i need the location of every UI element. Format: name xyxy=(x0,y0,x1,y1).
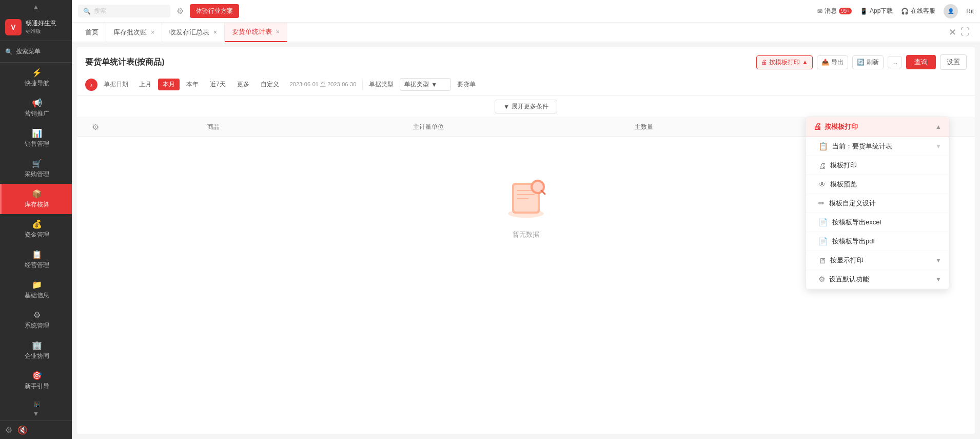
sidebar-item-label: 基础信息 xyxy=(25,291,49,300)
dropdown-header: 🖨 按模板打印 ▲ xyxy=(806,117,949,137)
doc-goods-label: 要货单 xyxy=(457,80,476,89)
expand-more-row: ▼ 展开更多条件 xyxy=(77,96,975,118)
dropdown-export-pdf-label: 按模板导出pdf xyxy=(832,237,875,246)
message-btn[interactable]: ✉ 消息 99+ xyxy=(817,7,852,15)
tab-inventory-batch[interactable]: 库存批次账 × xyxy=(106,23,162,42)
tab-home-label: 首页 xyxy=(85,28,99,37)
avatar[interactable]: 👤 xyxy=(944,4,958,18)
sidebar-item-label: 新手引导 xyxy=(25,382,49,391)
refresh-btn[interactable]: 🔄 刷新 xyxy=(852,55,884,69)
dropdown-current-icon: 📋 xyxy=(818,142,828,151)
dropdown-display-icon: 🖥 xyxy=(818,256,826,265)
dropdown-export-excel-label: 按模板导出excel xyxy=(832,218,881,227)
dropdown-template-custom[interactable]: ✏ 模板自定义设计 xyxy=(806,194,949,213)
doc-type-select[interactable]: 单据类型 ▼ xyxy=(400,78,451,91)
date-btn-custom[interactable]: 自定义 xyxy=(256,79,284,90)
sidebar-item-guide[interactable]: 🎯 新手引导 xyxy=(0,366,72,396)
expand-more-btn[interactable]: ▼ 展开更多条件 xyxy=(495,100,557,113)
online-service-btn[interactable]: 🎧 在线客服 xyxy=(901,7,935,15)
sidebar-item-basic[interactable]: 📁 基础信息 xyxy=(0,275,72,305)
tab-receipt-summary[interactable]: 收发存汇总表 × xyxy=(162,23,225,42)
sidebar-item-sales[interactable]: 📊 销售管理 xyxy=(0,123,72,154)
experience-btn[interactable]: 体验行业方案 xyxy=(190,4,239,18)
sidebar-item-inventory[interactable]: 📦 库存核算 xyxy=(0,184,72,214)
mute-icon[interactable]: 🔇 xyxy=(17,425,28,435)
empty-text: 暂无数据 xyxy=(513,230,539,239)
dropdown-export-pdf[interactable]: 📄 按模板导出pdf xyxy=(806,232,949,251)
doc-type-value: 单据类型 xyxy=(404,80,429,89)
purchase-icon: 🛒 xyxy=(32,159,42,168)
table-settings-icon[interactable]: ⚙ xyxy=(92,123,99,131)
print-template-btn[interactable]: 🖨 按模板打印 ▲ xyxy=(756,55,813,69)
sidebar-item-enterprise[interactable]: 🏢 企业协同 xyxy=(0,335,72,366)
user-name: Rit xyxy=(966,8,974,15)
settings-icon[interactable]: ⚙ xyxy=(5,425,12,435)
tab-order-stats-close[interactable]: × xyxy=(276,28,280,35)
dropdown-collapse-icon[interactable]: ▲ xyxy=(935,123,942,130)
sidebar-search-btn[interactable]: 🔍 搜索菜单 xyxy=(5,45,67,58)
dropdown-export-excel[interactable]: 📄 按模板导出excel xyxy=(806,213,949,232)
logo-text-area: 畅通好生意 标准版 xyxy=(26,20,56,35)
sidebar-item-apps[interactable]: 📱 应用中心 xyxy=(0,396,72,407)
export-btn[interactable]: 📤 导出 xyxy=(817,55,848,69)
header-search-bar[interactable]: 🔍 搜索 xyxy=(78,5,170,17)
sidebar-item-finance[interactable]: 💰 资金管理 xyxy=(0,214,72,244)
tab-close-all-btn[interactable]: ✕ xyxy=(949,27,956,38)
sidebar-item-label: 资金管理 xyxy=(25,231,49,239)
sidebar-item-purchase[interactable]: 🛒 采购管理 xyxy=(0,154,72,184)
dropdown-default-arrow: ▼ xyxy=(935,276,942,283)
tab-maximize-btn[interactable]: ⛶ xyxy=(961,27,970,37)
message-badge: 99+ xyxy=(839,8,852,14)
table-col-goods: 商品 xyxy=(106,123,321,131)
tabs-bar: 首页 库存批次账 × 收发存汇总表 × 要货单统计表 × ✕ ⛶ xyxy=(72,23,980,42)
page-content: 要货单统计表(按商品) 🖨 按模板打印 ▲ 📤 导出 🔄 刷新 xyxy=(72,42,980,439)
date-btn-last-month[interactable]: 上月 xyxy=(134,79,156,90)
table-col-gear[interactable]: ⚙ xyxy=(85,122,106,132)
sidebar-item-quick-nav[interactable]: ⚡ 快捷导航 xyxy=(0,63,72,93)
sidebar-item-marketing[interactable]: 📢 营销推广 xyxy=(0,93,72,123)
date-btn-this-year[interactable]: 本年 xyxy=(182,79,203,90)
sidebar-item-label: 快捷导航 xyxy=(25,79,49,88)
page-title: 要货单统计表(按商品) xyxy=(85,57,165,68)
dropdown-display-print[interactable]: 🖥 按显示打印 ▼ xyxy=(806,251,949,270)
sidebar-scroll-up[interactable]: ▲ xyxy=(0,0,72,14)
tab-receipt-summary-close[interactable]: × xyxy=(213,29,217,36)
apps-icon: 📱 xyxy=(32,401,42,407)
settings-btn[interactable]: 设置 xyxy=(940,54,967,70)
dropdown-printer-icon: 🖨 xyxy=(818,161,826,170)
query-btn[interactable]: 查询 xyxy=(906,55,936,69)
header-gear-icon[interactable]: ⚙ xyxy=(177,6,184,16)
sidebar-item-label: 销售管理 xyxy=(25,140,49,148)
app-download-btn[interactable]: 📱 App下载 xyxy=(860,7,893,15)
tab-inventory-batch-close[interactable]: × xyxy=(151,29,154,36)
date-btn-this-month[interactable]: 本月 xyxy=(158,79,180,90)
dropdown-template-print[interactable]: 🖨 模板打印 xyxy=(806,156,949,175)
sidebar-search-area[interactable]: 🔍 搜索菜单 xyxy=(0,41,72,63)
dropdown-pencil-icon: ✏ xyxy=(818,199,825,208)
dropdown-current-item[interactable]: 📋 当前：要货单统计表 ▼ xyxy=(806,137,949,156)
sidebar-scroll-down[interactable]: ▼ xyxy=(0,407,72,421)
tab-home[interactable]: 首页 xyxy=(78,23,106,42)
dropdown-header-left: 🖨 按模板打印 xyxy=(813,122,858,131)
mobile-icon: 📱 xyxy=(860,8,868,15)
dropdown-set-default[interactable]: ⚙ 设置默认功能 ▼ xyxy=(806,270,949,289)
filter-expand-btn[interactable]: › xyxy=(85,79,97,91)
export-icon: 📤 xyxy=(821,59,829,66)
message-icon: ✉ xyxy=(817,8,822,15)
message-label: 消息 xyxy=(825,7,837,15)
app-name: 畅通好生意 xyxy=(26,20,56,28)
dropdown-template-preview[interactable]: 👁 模板预览 xyxy=(806,175,949,194)
refresh-icon: 🔄 xyxy=(857,59,865,66)
tab-order-stats[interactable]: 要货单统计表 × xyxy=(225,23,287,42)
dropdown-excel-icon: 📄 xyxy=(818,218,828,227)
dots-btn[interactable]: ... xyxy=(888,56,902,68)
search-icon: 🔍 xyxy=(5,48,13,55)
empty-illustration xyxy=(498,167,554,224)
date-btn-7days[interactable]: 近7天 xyxy=(205,79,230,90)
dropdown-set-default-left: ⚙ 设置默认功能 xyxy=(818,275,869,284)
sidebar-item-label: 库存核算 xyxy=(25,200,49,209)
sidebar-item-system[interactable]: ⚙ 系统管理 xyxy=(0,305,72,335)
sidebar-item-operations[interactable]: 📋 经营管理 xyxy=(0,244,72,275)
date-btn-more[interactable]: 更多 xyxy=(232,79,254,90)
filter-separator xyxy=(362,80,363,90)
